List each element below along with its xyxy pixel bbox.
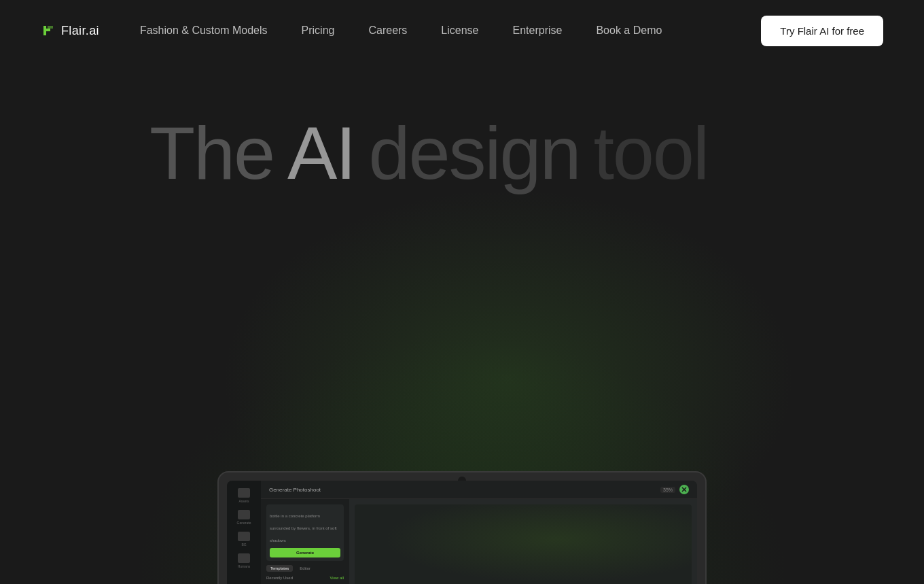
humans-icon [238, 553, 250, 563]
hero-word-tool: tool [593, 116, 708, 190]
hero-section: The AI design tool [0, 61, 924, 190]
try-flair-button[interactable]: Try Flair AI for free [761, 16, 883, 46]
app-sidebar: Assets Generate BG Humans [227, 481, 261, 584]
sidebar-item-humans[interactable]: Humans [232, 551, 256, 570]
sidebar-item-generate[interactable]: Generate [232, 508, 256, 527]
x-icon [681, 487, 687, 492]
app-zoom: 35% [660, 487, 675, 493]
nav-item-careers[interactable]: Careers [368, 24, 407, 37]
nav-item-fashion[interactable]: Fashion & Custom Models [140, 24, 268, 37]
recently-used-label: Recently Used [266, 576, 293, 580]
tab-templates[interactable]: Templates [266, 565, 293, 572]
assets-icon [238, 488, 250, 498]
sidebar-item-assets[interactable]: Assets [232, 486, 256, 505]
app-left-panel: bottle in a concrete platform surrounded… [261, 499, 349, 584]
app-canvas-area: bottle in a concrete platform surrounded… [261, 499, 697, 584]
bg-icon [238, 532, 250, 541]
hero-word-ai: AI [287, 116, 355, 190]
hero-word-design: design [368, 116, 580, 190]
view-all-link[interactable]: View all [330, 576, 344, 580]
app-close-button[interactable] [679, 485, 689, 494]
app-main: Generate Photoshoot 35% bottle in a conc… [261, 481, 697, 584]
nav-links: Fashion & Custom Models Pricing Careers … [140, 24, 761, 37]
prompt-box: bottle in a concrete platform surrounded… [266, 504, 344, 561]
nav-item-enterprise[interactable]: Enterprise [513, 24, 563, 37]
app-title: Generate Photoshoot [269, 487, 321, 493]
prompt-text: bottle in a concrete platform surrounded… [270, 514, 337, 543]
laptop-mockup: Assets Generate BG Humans [217, 471, 707, 584]
laptop-outer-frame: Assets Generate BG Humans [217, 471, 707, 584]
nav-item-license[interactable]: License [441, 24, 478, 37]
panel-tabs: Templates Editor [266, 565, 344, 572]
canvas-background [355, 504, 692, 584]
canvas-content [355, 504, 692, 584]
nav-item-pricing[interactable]: Pricing [302, 24, 335, 37]
laptop-screen: Assets Generate BG Humans [227, 481, 697, 584]
sidebar-label-generate: Generate [237, 521, 251, 525]
sidebar-label-bg: BG [241, 543, 246, 547]
logo-text: Flair.ai [61, 24, 99, 38]
sidebar-label-assets: Assets [238, 499, 249, 503]
tab-editor[interactable]: Editor [296, 565, 315, 572]
hero-headline: The AI design tool [149, 116, 924, 190]
navbar: Flair.ai Fashion & Custom Models Pricing… [0, 0, 924, 61]
recently-used-section: Recently Used View all [266, 576, 344, 580]
hero-word-the: The [149, 116, 274, 190]
nav-item-book-demo[interactable]: Book a Demo [596, 24, 662, 37]
generate-button[interactable]: Generate [270, 548, 340, 557]
logo[interactable]: Flair.ai [41, 23, 99, 38]
sidebar-label-humans: Humans [238, 564, 251, 568]
sidebar-item-bg[interactable]: BG [232, 530, 256, 549]
generate-icon [238, 510, 250, 519]
app-topbar: Generate Photoshoot 35% [261, 481, 697, 499]
flair-logo-icon [41, 23, 56, 38]
